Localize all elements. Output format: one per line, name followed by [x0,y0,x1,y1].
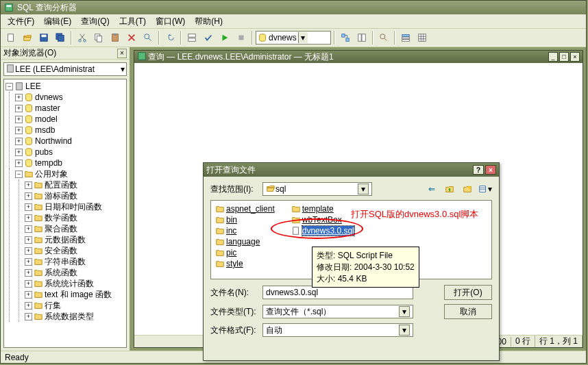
save-all-icon[interactable] [53,30,68,45]
server-combo[interactable]: LEE (LEE\Administrat ▾ [3,62,127,76]
expand-icon[interactable]: + [25,236,32,244]
tree-folder[interactable]: +安全函数 [25,245,125,256]
list-item[interactable]: bin [214,214,276,225]
tree-folder[interactable]: +数学函数 [25,212,125,223]
up-folder-icon[interactable] [443,182,456,196]
expand-icon[interactable]: + [15,160,23,167]
paste-icon[interactable] [108,30,123,45]
copy-icon[interactable] [91,30,106,45]
menu-file[interactable]: 文件(F) [3,14,38,29]
chevron-down-icon[interactable]: ▾ [399,306,410,317]
svg-rect-0 [5,4,13,12]
chevron-down-icon[interactable]: ▾ [399,325,410,336]
expand-icon[interactable]: + [25,247,32,255]
minimize-icon[interactable]: _ [548,52,558,62]
undo-icon[interactable] [162,30,177,45]
expand-icon[interactable]: + [15,94,23,101]
execute-icon[interactable] [217,30,232,45]
expand-icon[interactable]: + [25,225,32,233]
object-browser-icon[interactable] [354,30,369,45]
list-item[interactable]: language [214,236,276,247]
expand-icon[interactable]: + [25,214,32,222]
cut-icon[interactable] [75,30,90,45]
help-icon[interactable]: ? [473,165,484,175]
chevron-down-icon[interactable]: ▾ [358,184,369,194]
menu-window[interactable]: 窗口(W) [151,14,189,29]
expand-icon[interactable]: + [15,138,23,145]
execute-mode-icon[interactable] [184,30,199,45]
tree-database[interactable]: +tempdb [15,158,125,168]
list-item[interactable]: aspnet_client [214,203,276,214]
tree-folder[interactable]: +元数据函数 [25,234,125,245]
tree-folder[interactable]: +系统函数 [25,267,125,278]
object-search-icon[interactable] [376,30,391,45]
filetype-combo[interactable]: 查询文件（*.sql） ▾ [262,305,413,318]
back-icon[interactable]: ⇐ [425,182,439,196]
chevron-down-icon[interactable]: ▾ [121,64,125,74]
tree-folder[interactable]: +日期和时间函数 [25,201,125,212]
menu-edit[interactable]: 编辑(E) [40,14,75,29]
collapse-icon[interactable]: − [5,83,13,90]
clear-icon[interactable] [124,30,139,45]
tree-folder[interactable]: +聚合函数 [25,223,125,234]
expand-icon[interactable]: + [25,258,32,266]
object-tree[interactable]: − LEE +dvnews+master+model+msdb+Northwin… [3,79,127,348]
tree-folder[interactable]: +游标函数 [25,190,125,201]
expand-icon[interactable]: + [25,280,32,288]
find-icon[interactable] [140,30,156,45]
tree-database[interactable]: +master [15,103,125,114]
expand-icon[interactable]: + [25,203,32,211]
list-item[interactable]: pic [214,247,276,258]
list-item[interactable]: style [214,258,276,269]
menu-help[interactable]: 帮助(H) [191,14,227,29]
tree-folder[interactable]: +行集 [25,300,125,311]
tree-database[interactable]: +dvnews [15,92,125,103]
estimate-plan-icon[interactable] [338,30,353,45]
expand-icon[interactable]: + [15,105,23,112]
tree-folder[interactable]: +字符串函数 [25,256,125,267]
menu-query[interactable]: 查询(Q) [77,14,113,29]
open-button[interactable]: 打开(O) [444,285,492,300]
expand-icon[interactable]: + [15,127,23,134]
close-icon[interactable]: × [570,52,580,62]
list-item[interactable]: inc [214,225,276,236]
cancel-button[interactable]: 取消 [444,304,492,319]
expand-icon[interactable]: + [25,192,32,200]
new-folder-icon[interactable] [461,182,474,196]
tree-database[interactable]: +pubs [15,147,125,158]
new-icon[interactable] [3,30,19,45]
expand-icon[interactable]: + [15,116,23,123]
close-icon[interactable]: × [485,165,496,175]
results-grid-icon[interactable] [415,30,430,45]
expand-icon[interactable]: + [25,291,32,299]
tree-folder[interactable]: +text 和 image 函数 [25,289,125,300]
parse-icon[interactable] [201,30,216,45]
lookin-combo[interactable]: sql ▾ [262,182,372,196]
menu-tools[interactable]: 工具(T) [115,14,150,29]
view-menu-icon[interactable]: ▾ [478,182,492,196]
close-icon[interactable]: × [117,49,127,58]
maximize-icon[interactable]: □ [559,52,569,62]
list-item[interactable]: template [290,203,356,214]
database-combo[interactable]: dvnews ▾ [256,31,331,45]
tree-database[interactable]: +model [15,114,125,125]
tree-folder[interactable]: +系统统计函数 [25,278,125,289]
tree-database[interactable]: +msdb [15,125,125,136]
chevron-down-icon[interactable]: ▾ [298,32,308,43]
tree-database[interactable]: +Northwind [15,136,125,147]
tree-common-objects[interactable]: − 公用对象 [15,168,125,179]
expand-icon[interactable]: + [25,181,32,189]
show-results-icon[interactable] [398,30,413,45]
collapse-icon[interactable]: − [15,171,23,178]
tree-root[interactable]: − LEE [5,81,125,92]
open-icon[interactable] [20,30,35,45]
expand-icon[interactable]: + [25,269,32,277]
fileformat-combo[interactable]: 自动 ▾ [262,323,413,337]
tree-folder[interactable]: +配置函数 [25,179,125,190]
save-icon[interactable] [36,30,51,45]
stop-icon[interactable] [234,30,249,45]
tree-folder[interactable]: +系统数据类型 [25,311,125,322]
expand-icon[interactable]: + [25,313,32,320]
expand-icon[interactable]: + [15,149,23,156]
expand-icon[interactable]: + [25,302,32,310]
